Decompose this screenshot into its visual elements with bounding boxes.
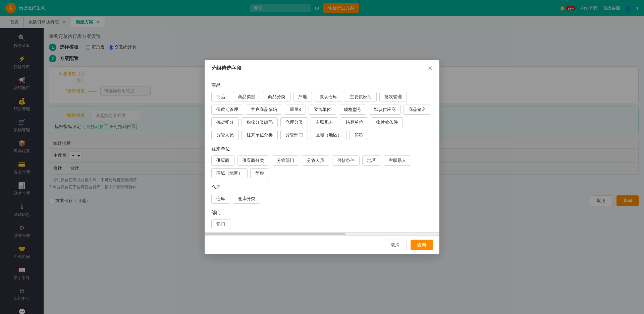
- tag-goods[interactable]: 商品: [211, 92, 230, 102]
- section-goods: 商品 商品 商品类型 商品分类 产地 默认仓库 主要供应商 批次管理 保质期管理…: [211, 82, 433, 140]
- section-department-title: 部门: [211, 210, 433, 216]
- tag-region-partner[interactable]: 地区: [362, 155, 381, 166]
- tag-main-contact-partner[interactable]: 主联系人: [384, 155, 411, 166]
- tag-supplier-category[interactable]: 供应商分类: [237, 155, 269, 166]
- tag-main-supplier[interactable]: 主要供应商: [345, 92, 377, 102]
- tag-pick-points[interactable]: 拣货积分: [211, 117, 239, 127]
- section-partners: 往来单位 供应商 供应商分类 分管部门 分管人员 付款条件 地区 主联系人 区域…: [211, 146, 433, 178]
- section-department-tags: 部门: [211, 219, 433, 229]
- tag-partner-category[interactable]: 往来单位分类: [241, 130, 278, 140]
- tag-spec-model[interactable]: 规格型号: [339, 105, 366, 115]
- modal-overlay: 分组待选字段 ✕ 商品 商品 商品类型 商品分类 产地 默认仓库 主要供应商 批…: [0, 0, 644, 314]
- tag-manager[interactable]: 分管人员: [211, 130, 239, 140]
- section-department: 部门 部门: [211, 210, 433, 229]
- section-warehouse-title: 仓库: [211, 184, 433, 190]
- modal-header: 分组待选字段 ✕: [205, 60, 439, 77]
- modal-scroll-content: 商品 商品 商品类型 商品分类 产地 默认仓库 主要供应商 批次管理 保质期管理…: [205, 77, 439, 233]
- field-selection-modal: 分组待选字段 ✕ 商品 商品 商品类型 商品分类 产地 默认仓库 主要供应商 批…: [205, 60, 439, 254]
- tag-main-contact[interactable]: 主联系人: [311, 117, 338, 127]
- tag-weight3[interactable]: 重量3: [285, 105, 306, 115]
- tag-supplier[interactable]: 供应商: [211, 155, 234, 166]
- modal-confirm-button[interactable]: 查询: [411, 240, 433, 250]
- tag-payment-terms[interactable]: 收付款条件: [371, 117, 403, 127]
- tag-region-goods[interactable]: 区域（地区）: [311, 130, 347, 140]
- tag-dept-managed-partner[interactable]: 分管部门: [272, 155, 299, 166]
- tag-goods-category[interactable]: 商品分类: [263, 92, 290, 102]
- section-warehouse: 仓库 仓库 仓库分类: [211, 184, 433, 204]
- section-goods-tags: 商品 商品类型 商品分类 产地 默认仓库 主要供应商 批次管理 保质期管理 客户…: [211, 92, 433, 140]
- tag-expiry-management[interactable]: 保质期管理: [211, 105, 243, 115]
- tag-default-supplier[interactable]: 默认供应商: [369, 105, 401, 115]
- section-partners-title: 往来单位: [211, 146, 433, 152]
- section-goods-title: 商品: [211, 82, 433, 88]
- tag-dept-managed[interactable]: 分管部门: [280, 130, 308, 140]
- tag-settlement-unit[interactable]: 结算单位: [341, 117, 368, 127]
- modal-close-icon[interactable]: ✕: [428, 65, 433, 72]
- tag-goods-type[interactable]: 商品类型: [233, 92, 260, 102]
- tag-payment-condition[interactable]: 付款条件: [332, 155, 360, 166]
- section-partners-tags: 供应商 供应商分类 分管部门 分管人员 付款条件 地区 主联系人 区域（地区） …: [211, 155, 433, 178]
- tag-tax-code[interactable]: 税收分类编码: [241, 117, 278, 127]
- modal-scrollbar-area: 商品 商品 商品类型 商品分类 产地 默认仓库 主要供应商 批次管理 保质期管理…: [205, 77, 439, 235]
- section-warehouse-tags: 仓库 仓库分类: [211, 194, 433, 204]
- tag-warehouse-category[interactable]: 仓库分类: [280, 117, 308, 127]
- tag-warehouse[interactable]: 仓库: [211, 194, 230, 204]
- modal-cancel-button[interactable]: 取消: [384, 240, 407, 250]
- modal-title: 分组待选字段: [211, 65, 241, 71]
- tag-origin[interactable]: 产地: [293, 92, 312, 102]
- tag-warehouse-category2[interactable]: 仓库分类: [233, 194, 260, 204]
- modal-horizontal-scrollbar[interactable]: [205, 232, 439, 235]
- tag-goods-alias[interactable]: 商品别名: [404, 105, 431, 115]
- tag-batch-management[interactable]: 批次管理: [379, 92, 407, 102]
- tag-customer-goods-code[interactable]: 客户商品编码: [246, 105, 282, 115]
- modal-footer: 取消 查询: [205, 235, 439, 254]
- tag-abbreviation-goods[interactable]: 简称: [350, 130, 368, 140]
- modal-hscroll-thumb: [205, 233, 345, 235]
- tag-region2-partner[interactable]: 区域（地区）: [211, 168, 248, 178]
- tag-abbreviation-partner[interactable]: 简称: [250, 168, 269, 178]
- tag-manager-partner[interactable]: 分管人员: [302, 155, 329, 166]
- tag-department[interactable]: 部门: [211, 219, 230, 229]
- tag-retail-unit[interactable]: 零售单位: [309, 105, 336, 115]
- tag-default-warehouse[interactable]: 默认仓库: [315, 92, 342, 102]
